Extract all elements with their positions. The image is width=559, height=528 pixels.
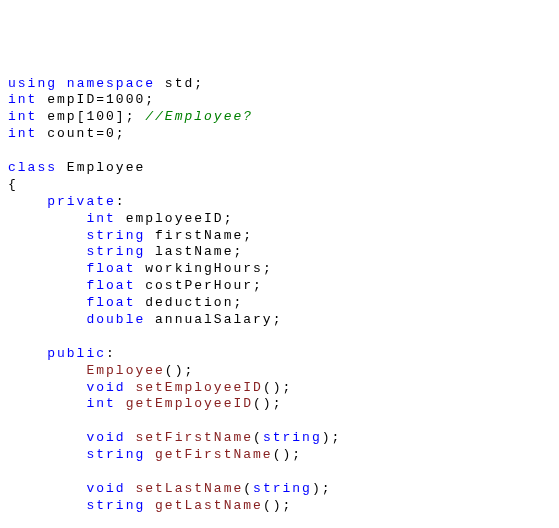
kw-string: string xyxy=(86,228,145,243)
val-empID: 1000 xyxy=(106,92,145,107)
comment-employee: //Employee? xyxy=(145,109,253,124)
fn-Employee: Employee xyxy=(86,363,164,378)
fn-getEmployeeID: getEmployeeID xyxy=(126,396,253,411)
kw-using: using xyxy=(8,76,57,91)
kw-float: float xyxy=(86,261,135,276)
kw-private: private xyxy=(47,194,116,209)
fn-getFirstName: getFirstName xyxy=(155,447,273,462)
kw-public: public xyxy=(47,346,106,361)
sym-lastName: lastName xyxy=(155,244,233,259)
sym-firstName: firstName xyxy=(155,228,243,243)
kw-void: void xyxy=(86,380,125,395)
kw-int: int xyxy=(86,211,115,226)
val-count: 0 xyxy=(106,126,116,141)
kw-string: string xyxy=(263,430,322,445)
kw-string: string xyxy=(86,244,145,259)
sym-workingHours: workingHours xyxy=(145,261,263,276)
kw-double: double xyxy=(86,312,145,327)
sym-std: std xyxy=(165,76,194,91)
kw-float: float xyxy=(86,295,135,310)
fn-setLastName: setLastName xyxy=(135,481,243,496)
fn-setEmployeeID: setEmployeeID xyxy=(135,380,262,395)
sym-costPerHour: costPerHour xyxy=(145,278,253,293)
sym-annualSalary: annualSalary xyxy=(155,312,273,327)
kw-string: string xyxy=(86,498,145,513)
kw-void: void xyxy=(86,430,125,445)
kw-class: class xyxy=(8,160,57,175)
kw-string: string xyxy=(253,481,312,496)
fn-getLastName: getLastName xyxy=(155,498,263,513)
kw-int: int xyxy=(8,109,37,124)
kw-namespace: namespace xyxy=(67,76,155,91)
sym-employeeID: employeeID xyxy=(126,211,224,226)
sym-Employee: Employee xyxy=(67,160,145,175)
sym-emp: emp xyxy=(47,109,76,124)
sym-deduction: deduction xyxy=(145,295,233,310)
sym-count: count xyxy=(47,126,96,141)
kw-string: string xyxy=(86,447,145,462)
val-empsize: 100 xyxy=(86,109,115,124)
sym-empID: empID xyxy=(47,92,96,107)
kw-int: int xyxy=(8,92,37,107)
fn-setFirstName: setFirstName xyxy=(135,430,253,445)
kw-int: int xyxy=(8,126,37,141)
kw-int: int xyxy=(86,396,115,411)
code-block: using namespace std; int empID=1000; int… xyxy=(8,76,551,528)
kw-float: float xyxy=(86,278,135,293)
kw-void: void xyxy=(86,481,125,496)
